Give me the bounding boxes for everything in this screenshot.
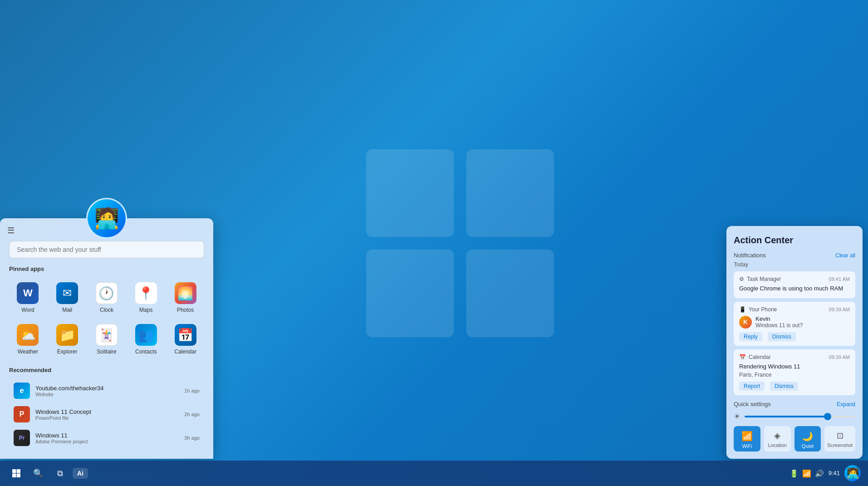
rec-ppt-time: 2h ago [184,412,200,417]
rec-youtube-time: 1h ago [184,388,200,393]
qs-quiet-label: Quiet [802,443,814,449]
notif-2-dismiss-button[interactable]: Dismiss [770,382,798,391]
app-contacts-label: Contacts [135,349,157,355]
app-photos[interactable]: 🌅 Photos [167,278,204,318]
svg-rect-6 [12,474,16,477]
notif-1-dismiss-button[interactable]: Dismiss [768,332,796,341]
app-calendar[interactable]: 📅 Calendar [167,319,204,359]
notif-1-reply-button[interactable]: Reply [739,332,762,341]
taskbar-avatar[interactable]: 🧑‍💻 [844,465,861,481]
svg-rect-1 [466,149,554,237]
quick-settings-expand-button[interactable]: Expand [837,401,855,407]
notif-2-body: Rendering Windows 11 [739,363,850,370]
task-view-button[interactable]: ⧉ [51,464,69,482]
rec-item-pr[interactable]: Pr Windows 11 Adobe Premiere project 3h … [9,426,204,450]
notif-2-time: 09:39 AM [829,354,850,360]
app-clock-label: Clock [100,307,113,313]
app-word[interactable]: W Word [9,278,47,318]
brightness-thumb [824,413,831,420]
qs-wifi-label: WiFi [742,443,752,449]
taskbar-clock[interactable]: 9:41 [829,469,840,477]
your-phone-app-name: Your Phone [749,306,777,313]
notif-1-time: 09:39 AM [829,307,850,312]
rec-youtube-sub: Website [35,392,184,397]
qs-tile-screenshot[interactable]: ⊡ Screenshot [824,426,855,452]
rec-ppt-name: Windows 11 Concept [35,408,184,415]
rec-pr-icon: Pr [14,430,30,446]
app-weather-label: Weather [18,349,38,355]
taskbar: 🔍 ⧉ Ai 🔋 📶 🔊 9:41 🧑‍💻 [0,461,868,486]
rec-item-youtube[interactable]: e Youtube.com/thehacker34 Website 1h ago [9,379,204,403]
notif-2-sub: Paris, France [739,372,850,378]
action-center-title: Action Center [734,235,855,245]
ai-button[interactable]: Ai [73,468,88,479]
svg-rect-4 [12,469,16,473]
app-explorer[interactable]: 📁 Explorer [49,319,86,359]
qs-tile-quiet[interactable]: 🌙 Quiet [794,426,821,452]
quick-settings-label: Quick settings [734,401,771,407]
pinned-apps-title: Pinned apps [0,265,213,272]
recommended-title: Recommended [0,367,213,373]
rec-youtube-name: Youtube.com/thehacker34 [35,385,184,392]
weather-icon: ⛅ [17,324,39,346]
explorer-icon: 📁 [56,324,78,346]
qs-tile-wifi[interactable]: 📶 WiFi [734,426,760,452]
rec-ppt-sub: PowerPoint file [35,415,184,421]
brightness-fill [745,416,828,417]
calendar-notif-app-name: Calendar [749,354,771,360]
search-button[interactable]: 🔍 [29,464,47,482]
start-button[interactable] [7,464,25,482]
notif-calendar: 📅 Calendar 09:39 AM Rendering Windows 11… [734,349,855,395]
hamburger-button[interactable]: ☰ [7,226,15,236]
app-maps[interactable]: 📍 Maps [127,278,165,318]
start-menu: 🧑‍💻 ☰ Pinned apps W Word ✉ Mail 🕐 Clock … [0,218,213,459]
notif-task-manager: ⚙ Task Manager 09:41 AM Google Chrome is… [734,271,855,298]
brightness-row: ☀ [734,412,855,421]
screenshot-icon: ⊡ [837,431,843,441]
notif-1-body: Windows 11 is out? [755,322,803,329]
clear-all-button[interactable]: Clear all [835,252,855,259]
app-explorer-label: Explorer [57,349,78,355]
svg-rect-7 [17,474,20,477]
system-tray-icons: 🔋 📶 🔊 [790,469,824,478]
app-contacts[interactable]: 👥 Contacts [127,319,165,359]
notif-2-report-button[interactable]: Report [739,382,765,391]
maps-icon: 📍 [135,282,157,304]
app-mail-label: Mail [62,307,72,313]
clock-icon: 🕐 [96,282,118,304]
today-label: Today [734,261,855,268]
qs-tile-location[interactable]: ◈ Location [764,426,791,452]
app-word-label: Word [21,307,34,313]
app-solitaire[interactable]: 🃏 Solitaire [88,319,126,359]
svg-rect-2 [366,249,454,337]
brightness-slider[interactable] [745,416,855,417]
calendar-notif-icon: 📅 [739,354,746,360]
calendar-app-icon: 📅 [175,324,196,346]
task-manager-icon: ⚙ [739,276,744,282]
user-avatar[interactable]: 🧑‍💻 [86,198,127,239]
battery-icon: 🔋 [790,469,799,478]
rec-ppt-icon: P [14,406,30,422]
app-mail[interactable]: ✉ Mail [49,278,86,318]
notif-0-body: Google Chrome is using too much RAM [739,285,850,292]
svg-rect-0 [366,149,454,237]
app-clock[interactable]: 🕐 Clock [88,278,126,318]
notifications-header: Notifications Clear all [734,252,855,259]
action-center: Action Center Notifications Clear all To… [726,226,863,459]
solitaire-icon: 🃏 [96,324,118,346]
network-icon: 📶 [802,469,811,478]
notifications-label: Notifications [734,252,766,259]
app-maps-label: Maps [139,307,152,313]
volume-icon: 🔊 [815,469,824,478]
app-calendar-label: Calendar [174,349,196,355]
rec-edge-icon: e [14,383,30,399]
app-weather[interactable]: ⛅ Weather [9,319,47,359]
rec-pr-time: 3h ago [184,435,200,441]
search-input[interactable] [9,241,204,258]
notif-your-phone: 📱 Your Phone 09:39 AM K Kevin Windows 11… [734,302,855,346]
contacts-icon: 👥 [135,324,157,346]
recommended-list: e Youtube.com/thehacker34 Website 1h ago… [0,379,213,450]
taskbar-left: 🔍 ⧉ Ai [7,464,88,482]
rec-item-ppt[interactable]: P Windows 11 Concept PowerPoint file 2h … [9,403,204,426]
svg-rect-3 [466,249,554,337]
